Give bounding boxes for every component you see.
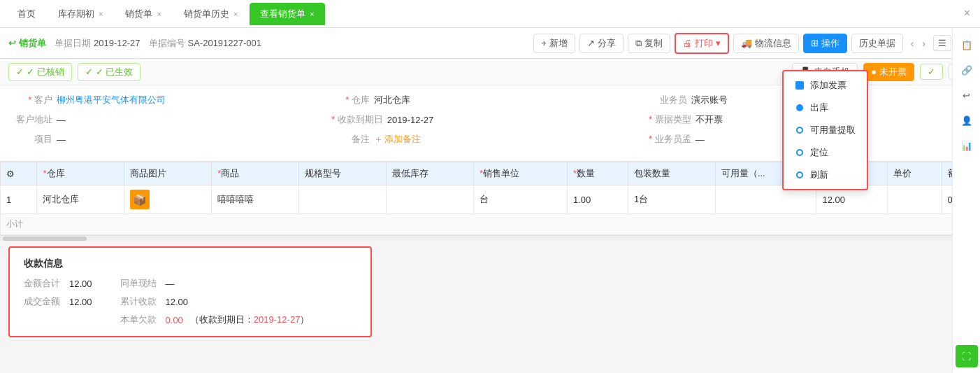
tab-view-sales-close[interactable]: × bbox=[310, 10, 314, 18]
tab-sales-close[interactable]: × bbox=[157, 10, 161, 18]
tab-view-sales[interactable]: 查看销货单 × bbox=[250, 3, 324, 25]
tab-sales-history[interactable]: 销货单历史 × bbox=[173, 3, 248, 25]
note-field: 备注 ＋ 添加备注 bbox=[331, 133, 649, 146]
payment-debt-value: 0.00 bbox=[166, 315, 183, 325]
doc-type-icon: ↩ bbox=[8, 38, 16, 48]
logistics-button[interactable]: 🚚 物流信息 bbox=[733, 34, 799, 53]
payment-total-label: 金额合计 bbox=[24, 277, 62, 290]
logistics-icon: 🚚 bbox=[741, 38, 752, 48]
tab-view-sales-label: 查看销货单 bbox=[260, 8, 305, 20]
sidebar-icon-2-glyph: 🔗 bbox=[961, 65, 972, 76]
payment-date-label: 收款到期日 bbox=[331, 113, 383, 126]
tab-inventory-close[interactable]: × bbox=[99, 10, 103, 18]
warehouse-value: 河北仓库 bbox=[374, 94, 410, 106]
col-sales-unit: *销售单位 bbox=[473, 162, 567, 185]
available-extract-item[interactable]: 可用量提取 bbox=[784, 119, 867, 141]
tab-sales-label: 销货单 bbox=[125, 8, 152, 20]
sidebar-icon-1[interactable]: 📋 bbox=[956, 34, 978, 56]
already-effective-button[interactable]: ✓ ✓ 已生效 bbox=[78, 63, 141, 81]
note-label: 备注 bbox=[331, 133, 370, 146]
expand-button[interactable]: ⛶ bbox=[956, 345, 978, 367]
confirm-icon: ✓ bbox=[928, 66, 935, 77]
add-note-button[interactable]: ＋ 添加备注 bbox=[374, 133, 421, 146]
payment-debt-extra: （收款到期日：2019-12-27） bbox=[190, 314, 310, 326]
row-min-stock bbox=[387, 185, 474, 214]
payment-deal-value: 12.00 bbox=[69, 297, 92, 307]
sidebar-icon-4[interactable]: 👤 bbox=[956, 109, 978, 132]
ticket-type-label: 票据类型 bbox=[649, 113, 691, 126]
confirm-button[interactable]: ✓ bbox=[920, 64, 943, 80]
sidebar-icon-5[interactable]: 📊 bbox=[956, 134, 978, 157]
history-button-label: 历史单据 bbox=[859, 37, 895, 50]
warehouse-field: 仓库 河北仓库 bbox=[331, 94, 649, 106]
warehouse-label: 仓库 bbox=[331, 94, 370, 106]
window-close-button[interactable]: × bbox=[964, 7, 970, 20]
print-dropdown-icon: ▾ bbox=[716, 38, 721, 48]
tab-sales-history-close[interactable]: × bbox=[233, 10, 238, 18]
tab-home[interactable]: 首页 bbox=[7, 3, 46, 25]
copy-button[interactable]: ⧉ 复制 bbox=[628, 34, 670, 53]
customer-label: 客户 bbox=[14, 94, 52, 106]
prev-arrow[interactable]: ‹ bbox=[907, 36, 918, 50]
share-button-label: 分享 bbox=[598, 37, 616, 50]
customer-value[interactable]: 柳州粤港平安气体有限公司 bbox=[57, 94, 166, 106]
circle-outline-icon bbox=[796, 127, 803, 134]
payment-deal-label: 成交金额 bbox=[24, 295, 62, 308]
locate-item[interactable]: 定位 bbox=[784, 141, 867, 164]
col-spec: 规格型号 bbox=[299, 162, 387, 185]
not-open-label: 未开票 bbox=[879, 66, 907, 78]
scroll-thumb[interactable] bbox=[3, 237, 87, 241]
tab-inventory-label: 库存期初 bbox=[58, 8, 94, 20]
address-field: 客户地址 — bbox=[14, 113, 331, 126]
add-button[interactable]: + 新增 bbox=[533, 34, 575, 53]
outbound-item[interactable]: 出库 bbox=[784, 97, 867, 119]
sidebar-icon-3[interactable]: ↩ bbox=[956, 84, 978, 106]
payment-same-order-value: — bbox=[166, 279, 175, 289]
print-button-label: 打印 bbox=[695, 37, 713, 50]
sidebar-icon-4-glyph: 👤 bbox=[961, 115, 972, 126]
horizontal-scrollbar[interactable] bbox=[0, 235, 980, 241]
salesperson2-value: — bbox=[696, 134, 705, 145]
history-button[interactable]: 历史单据 bbox=[851, 34, 903, 53]
operate-dropdown-menu: 添加发票 出库 可用量提取 定位 刷新 bbox=[782, 70, 868, 190]
tab-sales-history-label: 销货单历史 bbox=[184, 8, 229, 20]
cancelled-label: ✓ 已核销 bbox=[27, 66, 64, 78]
outbound-label: 出库 bbox=[810, 101, 828, 114]
payment-total-row: 金额合计 12.00 bbox=[24, 277, 92, 290]
outbound-icon bbox=[795, 103, 805, 113]
payment-cumulative-value: 12.00 bbox=[166, 297, 189, 307]
already-cancelled-button[interactable]: ✓ ✓ 已核销 bbox=[8, 63, 72, 81]
row-sales-unit: 台 bbox=[473, 185, 567, 214]
add-button-label: + 新增 bbox=[541, 37, 567, 50]
plus-icon: ＋ bbox=[374, 133, 383, 146]
sidebar-icon-2[interactable]: 🔗 bbox=[956, 59, 978, 81]
doc-number-field: 单据编号 SA-20191227-001 bbox=[149, 37, 262, 50]
tab-inventory[interactable]: 库存期初 × bbox=[48, 3, 113, 25]
payment-col-1: 金额合计 12.00 成交金额 12.00 bbox=[24, 277, 92, 326]
share-button[interactable]: ↗ 分享 bbox=[579, 34, 624, 53]
doc-number-label: 单据编号 bbox=[149, 37, 185, 50]
locate-icon bbox=[795, 148, 805, 157]
payment-total-value: 12.00 bbox=[69, 279, 92, 289]
operate-button[interactable]: ⊞ 操作 bbox=[803, 34, 847, 53]
col-settings[interactable]: ⚙ bbox=[1, 162, 37, 185]
operate-button-label: 操作 bbox=[821, 37, 840, 50]
refresh-item[interactable]: 刷新 bbox=[784, 164, 867, 186]
row-warehouse: 河北仓库 bbox=[37, 185, 124, 214]
product-image: 📦 bbox=[130, 190, 150, 209]
next-arrow[interactable]: › bbox=[918, 36, 929, 50]
tab-sales[interactable]: 销货单 × bbox=[115, 3, 171, 25]
add-invoice-item[interactable]: 添加发票 bbox=[784, 74, 867, 97]
payment-debt-label: 本单欠款 bbox=[120, 314, 159, 326]
operate-icon: ⊞ bbox=[811, 38, 819, 48]
payment-deal-row: 成交金额 12.00 bbox=[24, 295, 92, 308]
not-open-ticket-button[interactable]: ● 未开票 bbox=[863, 63, 914, 81]
payment-cumulative-label: 累计收款 bbox=[120, 295, 159, 308]
print-button[interactable]: 🖨 打印 ▾ bbox=[675, 33, 729, 54]
tab-home-label: 首页 bbox=[17, 8, 36, 20]
print-icon: 🖨 bbox=[683, 38, 692, 48]
list-view-button[interactable]: ☰ bbox=[933, 35, 951, 51]
project-field: 项目 — bbox=[14, 133, 331, 146]
nav-arrows: ‹ › bbox=[907, 36, 929, 50]
main-toolbar: ↩ 销货单 单据日期 2019-12-27 单据编号 SA-20191227-0… bbox=[0, 28, 980, 59]
